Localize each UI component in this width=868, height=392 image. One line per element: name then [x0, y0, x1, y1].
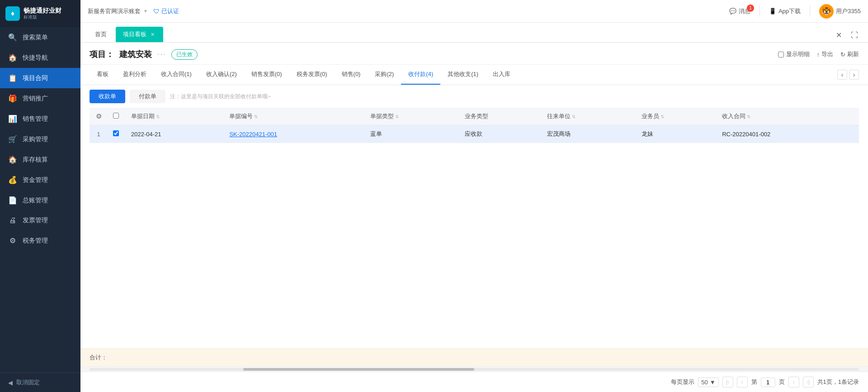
refresh-button[interactable]: ↻ 刷新: [840, 50, 859, 58]
sub-tab-sales-invoice[interactable]: 销售发票(0): [244, 65, 289, 85]
next-page-button[interactable]: ›: [788, 377, 799, 387]
show-detail-label: 显示明细: [786, 50, 810, 58]
topbar: 新服务官网演示账套 ▼ 🛡 已认证 💬 消息 1 📱 App下载 🐯 用户335…: [80, 0, 868, 23]
sidebar-item-label-shortcut: 快捷导航: [23, 54, 48, 62]
type-sort-icon[interactable]: ⇅: [395, 114, 399, 119]
sidebar-item-label-tax: 税务管理: [23, 237, 48, 245]
project-label: 项目：: [90, 49, 114, 60]
page-label2: 页: [779, 378, 785, 386]
project-icon: 📋: [8, 74, 17, 82]
page-size-dropdown[interactable]: 50 ▼: [698, 378, 718, 387]
sidebar-item-label-funds: 资金管理: [23, 176, 48, 184]
sub-tab-sales[interactable]: 销售(0): [335, 65, 368, 85]
salesman-sort-icon[interactable]: ⇅: [660, 114, 664, 119]
tab-home-label: 首页: [95, 30, 107, 38]
show-detail-checkbox[interactable]: 显示明细: [778, 50, 810, 58]
sidebar-item-label-search: 搜索菜单: [23, 33, 48, 42]
sec-tab-receipt[interactable]: 收款单: [90, 90, 125, 103]
prev-page-button[interactable]: ‹: [737, 377, 748, 387]
inventory-icon: 🏠: [8, 155, 17, 164]
divider2: [810, 6, 810, 17]
income-contract-col-header: 收入合同⇅: [717, 108, 859, 125]
project-header: 项目： 建筑安装 ··· 已生效 显示明细 ↑ 导出 ↻ 刷新: [80, 43, 868, 65]
date-sort-icon[interactable]: ⇅: [156, 114, 160, 119]
unpin-icon: ◀: [8, 379, 13, 386]
show-detail-input[interactable]: [778, 52, 784, 57]
tax-icon: ⚙: [8, 236, 17, 245]
sub-tab-income-confirm[interactable]: 收入确认(2): [199, 65, 244, 85]
number-sort-icon[interactable]: ⇅: [254, 114, 258, 119]
sidebar-menu: 🔍 搜索菜单 🏠 快捷导航 📋 项目合同 🎁 营销推广 📊 销售管理 🛒 采购管…: [0, 27, 80, 373]
user-menu[interactable]: 🐯 用户3355: [819, 4, 861, 19]
table-row[interactable]: 1 2022-04-21 SK-20220421-001 蓝单 应收款 宏茂商场…: [90, 125, 859, 143]
column-settings-icon[interactable]: ⚙: [96, 112, 102, 120]
income-contract-sort-icon[interactable]: ⇅: [747, 114, 750, 119]
sidebar-item-purchase[interactable]: 🛒 采购管理: [0, 129, 80, 149]
sub-tab-tax-invoice[interactable]: 税务发票(0): [289, 65, 335, 85]
sidebar-item-shortcut[interactable]: 🏠 快捷导航: [0, 48, 80, 68]
sidebar-item-ledger[interactable]: 📄 总账管理: [0, 190, 80, 210]
sidebar-item-tax[interactable]: ⚙ 税务管理: [0, 230, 80, 251]
purchase-icon: 🛒: [8, 135, 17, 143]
salesman-col-header: 业务员⇅: [636, 108, 717, 125]
sidebar-item-inventory[interactable]: 🏠 库存核算: [0, 149, 80, 170]
row-partner: 宏茂商场: [542, 125, 636, 143]
sub-tab-purchase[interactable]: 采购(2): [368, 65, 401, 85]
sub-tab-income-contract[interactable]: 收入合同(1): [154, 65, 199, 85]
number-col-header: 单据编号⇅: [224, 108, 364, 125]
sub-tab-other-expense[interactable]: 其他收支(1): [440, 65, 486, 85]
page-number-input[interactable]: [761, 378, 775, 387]
message-button[interactable]: 💬 消息 1: [729, 7, 750, 15]
sub-tabs-next-button[interactable]: ›: [849, 70, 859, 80]
sidebar-item-funds[interactable]: 💰 资金管理: [0, 170, 80, 190]
sec-tab-payment[interactable]: 付款单: [130, 90, 165, 103]
sidebar-item-project[interactable]: 📋 项目合同: [0, 68, 80, 88]
sidebar-item-marketing[interactable]: 🎁 营销推广: [0, 88, 80, 109]
close-window-button[interactable]: ✕: [833, 30, 844, 40]
tab-close-icon[interactable]: ✕: [149, 31, 156, 38]
select-all-checkbox[interactable]: [113, 113, 119, 119]
checkbox-col-header: [108, 108, 126, 125]
maximize-window-button[interactable]: ⛶: [848, 30, 861, 40]
row-income-contract: RC-20220401-002: [717, 125, 859, 143]
unpin-label: 取消固定: [16, 378, 40, 387]
row-number-link[interactable]: SK-20220421-001: [229, 131, 277, 138]
sidebar-item-sales-mgmt[interactable]: 📊 销售管理: [0, 109, 80, 129]
sub-tab-profit[interactable]: 盈利分析: [116, 65, 154, 85]
row-checkbox[interactable]: [108, 125, 126, 143]
partner-col-header: 往来单位⇅: [542, 108, 636, 125]
avatar: 🐯: [819, 4, 834, 19]
total-pages-info: 共1页，1条记录: [817, 378, 859, 386]
sidebar-item-label-invoice: 发票管理: [23, 216, 48, 225]
tab-project-board[interactable]: 项目看板 ✕: [116, 27, 163, 42]
sub-tab-kanban[interactable]: 看板: [90, 65, 116, 85]
app-edition: 标准版: [24, 14, 61, 20]
account-selector[interactable]: 新服务官网演示账套 ▼: [88, 7, 148, 15]
sidebar-header: ♦ 畅捷通好业财 标准版: [0, 0, 80, 27]
export-label: 导出: [821, 50, 833, 58]
main-content: 新服务官网演示账套 ▼ 🛡 已认证 💬 消息 1 📱 App下载 🐯 用户335…: [80, 0, 868, 392]
secondary-tabs: 收款单 付款单 注：这里是与项目关联的全部收付款单哦~: [80, 85, 868, 108]
project-more-button[interactable]: ···: [157, 50, 166, 58]
user-name: 用户3355: [836, 7, 861, 15]
sub-tab-warehouse[interactable]: 出入库: [486, 65, 518, 85]
app-download-button[interactable]: 📱 App下载: [769, 7, 801, 15]
table-body: 1 2022-04-21 SK-20220421-001 蓝单 应收款 宏茂商场…: [90, 125, 859, 143]
sidebar-item-invoice[interactable]: 🖨 发票管理: [0, 210, 80, 230]
scrollbar-thumb[interactable]: [243, 368, 474, 371]
sidebar-unpin[interactable]: ◀ 取消固定: [0, 373, 80, 392]
tab-home[interactable]: 首页: [88, 27, 114, 42]
partner-sort-icon[interactable]: ⇅: [572, 114, 576, 119]
sub-tab-receipts[interactable]: 收付款(4): [401, 65, 440, 85]
sidebar-item-label-purchase: 采购管理: [23, 135, 48, 143]
horizontal-scrollbar[interactable]: [80, 366, 868, 372]
scrollbar-track[interactable]: [90, 368, 859, 371]
settings-col-header: ⚙: [90, 108, 108, 125]
first-page-button[interactable]: |‹: [722, 377, 733, 387]
sub-tabs-prev-button[interactable]: ‹: [837, 70, 847, 80]
sidebar-item-search[interactable]: 🔍 搜索菜单: [0, 27, 80, 48]
search-icon: 🔍: [8, 33, 17, 42]
export-button[interactable]: ↑ 导出: [817, 50, 834, 58]
total-label: 合计：: [90, 354, 107, 361]
last-page-button[interactable]: ›|: [803, 377, 814, 387]
